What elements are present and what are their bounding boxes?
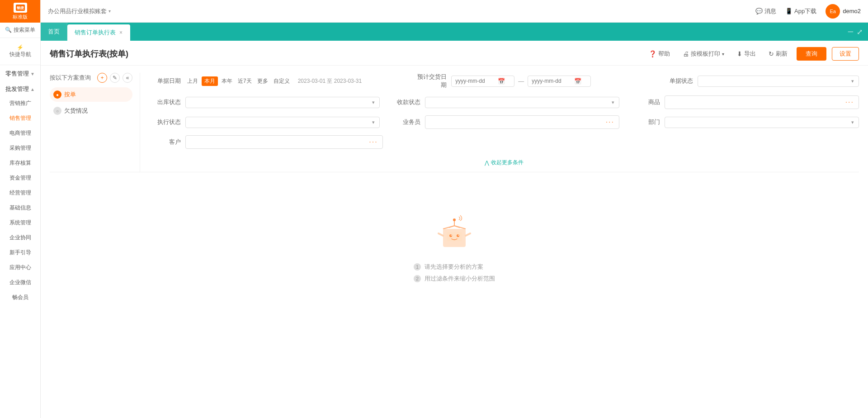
filter-col-exec-status: 执行状态 ▾	[149, 117, 380, 128]
sidebar-item-newbie[interactable]: 新手引导	[0, 245, 40, 260]
filter-col-expected-date: 预计交货日期 📅 — 📅	[415, 73, 652, 89]
date-tab-prev-month[interactable]: 上月	[185, 76, 200, 86]
date-tab-custom[interactable]: 自定义	[272, 76, 292, 86]
expected-date-to-field[interactable]	[532, 78, 572, 84]
app-download-btn[interactable]: 📱 App下载	[785, 7, 816, 15]
breadcrumb-chevron-icon: ▾	[108, 9, 111, 14]
scheme-item-by-order[interactable]: ● 按单	[50, 87, 132, 102]
avatar: Ea	[826, 4, 840, 19]
sidebar-item-inventory[interactable]: 库存核算	[0, 156, 40, 171]
collection-status-label: 收款状态	[389, 98, 425, 106]
svg-point-9	[453, 218, 456, 221]
collapse-up-icon: ⋀	[485, 160, 489, 166]
scheme-icon-by-order: ●	[53, 90, 61, 99]
sidebar-item-purchase[interactable]: 采购管理	[0, 141, 40, 156]
sidebar-item-operations[interactable]: 经营管理	[0, 185, 40, 200]
doc-status-chevron-icon: ▾	[851, 78, 854, 84]
sidebar-item-appstore[interactable]: 应用中心	[0, 260, 40, 275]
filter-form: 单据日期 上月 本月 本年 近7天 更多 自定义 20	[140, 73, 859, 172]
collapse-bar[interactable]: ⋀ 收起更多条件	[149, 155, 859, 172]
tabbar: 首页 销售订单执行表 × ─ ⤢	[41, 23, 868, 41]
filter-row-4: 客户 ···	[149, 135, 859, 149]
help-btn[interactable]: ❓ 帮助	[645, 48, 674, 60]
expected-date-to-input[interactable]: 📅	[528, 76, 591, 87]
customer-input[interactable]: ···	[185, 135, 383, 149]
filter-col-out-status: 出库状态 ▾	[149, 97, 380, 108]
tab-close-icon[interactable]: ×	[119, 29, 123, 36]
date-label: 单据日期	[149, 77, 185, 85]
username-label: demo2	[843, 8, 861, 14]
sidebar-item-member[interactable]: 畅会员	[0, 290, 40, 305]
sidebar-item-basic[interactable]: 基础信息	[0, 200, 40, 215]
dept-select[interactable]: ▾	[665, 117, 859, 128]
salesperson-dots-icon: ···	[606, 118, 614, 126]
date-tab-this-year[interactable]: 本年	[220, 76, 234, 86]
date-tab-last7[interactable]: 近7天	[236, 76, 254, 86]
date-tab-more[interactable]: 更多	[255, 76, 270, 86]
product-input[interactable]: ···	[665, 95, 859, 109]
sidebar-group-retail[interactable]: 零售管理 ▼	[0, 65, 40, 81]
filter-col-salesperson: 业务员 ···	[389, 115, 619, 129]
sidebar-group-wholesale[interactable]: 批发管理 ▲	[0, 81, 40, 96]
sidebar: 畅捷 标准版 🔍 搜索菜单 ⚡ 快捷导航 零售管理 ▼ 批发管理 ▲ 营销推广 …	[0, 0, 41, 418]
salesperson-input[interactable]: ···	[425, 115, 619, 129]
expected-date-from-input[interactable]: 📅	[451, 76, 514, 87]
sidebar-item-finance[interactable]: 资金管理	[0, 171, 40, 185]
svg-point-4	[449, 234, 452, 237]
print-icon: 🖨	[683, 50, 689, 57]
collapse-scheme-btn[interactable]: «	[123, 73, 132, 83]
sidebar-search-btn[interactable]: 🔍 搜索菜单	[0, 23, 40, 38]
sidebar-item-sales[interactable]: 销售管理	[0, 111, 40, 126]
sidebar-item-enterprise[interactable]: 企业协同	[0, 230, 40, 245]
user-menu[interactable]: Ea demo2	[826, 4, 861, 19]
export-btn[interactable]: ⬇ 导出	[733, 48, 760, 60]
tab-home[interactable]: 首页	[41, 23, 67, 41]
content-area: 销售订单执行表(按单) ❓ 帮助 🖨 按模板打印 ▾ ⬇ 导出	[41, 41, 868, 418]
sidebar-item-marketing[interactable]: 营销推广	[0, 96, 40, 111]
date-range-text: 2023-03-01 至 2023-03-31	[298, 77, 362, 85]
filter-scheme-panel: 按以下方案查询 + ✎ « ● 按单 ○ 欠货情况	[50, 73, 140, 172]
collection-status-select[interactable]: ▾	[425, 97, 619, 108]
page-actions: ❓ 帮助 🖨 按模板打印 ▾ ⬇ 导出 ↻ 刷新	[645, 47, 859, 61]
customer-label: 客户	[149, 138, 185, 146]
filter-scheme-actions: + ✎ «	[97, 73, 132, 83]
sidebar-item-wecom[interactable]: 企业微信	[0, 275, 40, 290]
sidebar-item-system[interactable]: 系统管理	[0, 215, 40, 230]
dept-chevron-icon: ▾	[851, 119, 854, 125]
out-status-chevron-icon: ▾	[372, 100, 375, 105]
tabbar-actions: ─ ⤢	[848, 28, 868, 36]
tab-minimize-icon[interactable]: ─	[848, 28, 853, 36]
message-btn[interactable]: 💬 消息	[755, 7, 776, 15]
customer-dots-icon: ···	[369, 138, 377, 146]
settings-btn[interactable]: 设置	[832, 47, 859, 61]
message-icon: 💬	[755, 8, 763, 14]
add-scheme-btn[interactable]: +	[97, 73, 107, 83]
filter-col-date: 单据日期 上月 本月 本年 近7天 更多 自定义 20	[149, 76, 406, 86]
sidebar-quick-nav: ⚡ 快捷导航	[0, 38, 40, 65]
calendar-from-icon: 📅	[498, 78, 505, 85]
logo-label: 标准版	[13, 14, 28, 20]
dept-label: 部门	[628, 118, 665, 126]
tab-maximize-icon[interactable]: ⤢	[857, 28, 863, 36]
scheme-item-shortage[interactable]: ○ 欠货情况	[50, 104, 132, 118]
filter-row-3: 执行状态 ▾ 业务员 ···	[149, 115, 859, 129]
filter-panel: 按以下方案查询 + ✎ « ● 按单 ○ 欠货情况	[41, 66, 868, 172]
sidebar-item-quick-nav[interactable]: ⚡ 快捷导航	[0, 41, 40, 62]
empty-step-2: 2 用过滤条件来缩小分析范围	[414, 275, 495, 283]
breadcrumb: 办公用品行业模拟账套 ▾	[48, 7, 111, 15]
sidebar-item-ecommerce[interactable]: 电商管理	[0, 126, 40, 141]
tab-sales-order-exec[interactable]: 销售订单执行表 ×	[67, 24, 130, 41]
template-print-btn[interactable]: 🖨 按模板打印 ▾	[679, 48, 728, 60]
exec-status-select[interactable]: ▾	[185, 117, 380, 128]
filter-scheme-header: 按以下方案查询 + ✎ «	[50, 73, 132, 83]
date-tab-this-month[interactable]: 本月	[202, 76, 218, 86]
topbar-right: 💬 消息 📱 App下载 Ea demo2	[755, 4, 861, 19]
expected-date-from-field[interactable]	[455, 78, 496, 84]
refresh-icon: ↻	[769, 50, 774, 57]
refresh-btn[interactable]: ↻ 刷新	[765, 48, 791, 60]
query-btn[interactable]: 查询	[797, 47, 826, 61]
doc-status-select[interactable]: ▾	[698, 76, 859, 87]
out-status-select[interactable]: ▾	[185, 97, 380, 108]
edit-scheme-btn[interactable]: ✎	[110, 73, 120, 83]
help-icon: ❓	[649, 50, 656, 57]
